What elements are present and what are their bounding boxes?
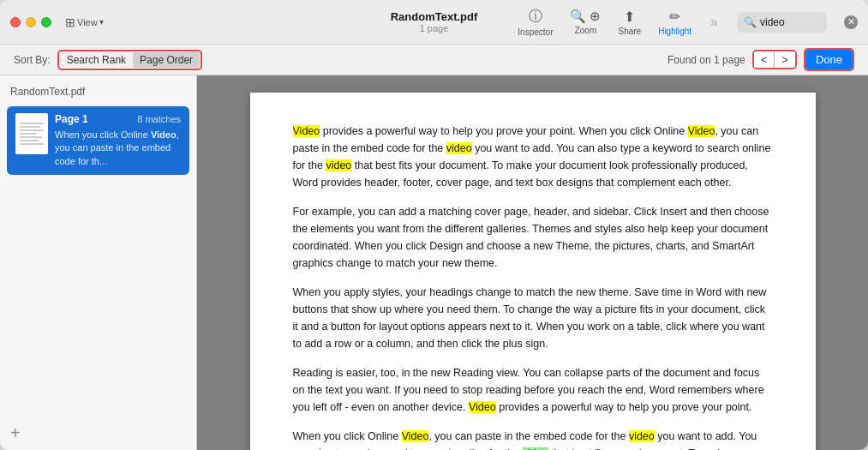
titlebar-tools: ⓘ Inspector 🔍 ⊕ Zoom ⬆ Share ✏ Highlight…	[518, 8, 858, 37]
search-result-item[interactable]: Page 1 8 matches When you click Online V…	[7, 106, 189, 175]
main-content: RandomText.pdf Page 1	[0, 75, 868, 450]
highlight-tool[interactable]: ✏ Highlight	[658, 9, 691, 36]
thumb-line	[20, 126, 40, 128]
result-text: When you click Online Video, you can pas…	[55, 129, 181, 168]
thumb-line	[20, 136, 42, 138]
highlight-word: Video	[469, 401, 496, 413]
inspector-tool[interactable]: ⓘ Inspector	[518, 8, 553, 37]
view-button[interactable]: ⊞ View ▾	[65, 15, 104, 29]
nav-buttons: < >	[752, 50, 797, 69]
sidebar: RandomText.pdf Page 1	[0, 75, 197, 450]
page-order-button[interactable]: Page Order	[133, 52, 200, 68]
thumb-line	[20, 129, 44, 131]
thumb-line	[20, 123, 44, 124]
inspector-label: Inspector	[518, 27, 553, 37]
highlight-word: video	[326, 159, 351, 171]
search-box[interactable]: 🔍	[737, 12, 827, 33]
traffic-lights	[10, 17, 51, 27]
paragraph-1: Video provides a powerful way to help yo…	[293, 123, 773, 191]
app-window: ⊞ View ▾ RandomText.pdf 1 page ⓘ Inspect…	[0, 0, 868, 450]
found-info: Found on 1 page	[667, 54, 745, 66]
sortbar: Sort By: Search Rank Page Order Found on…	[0, 45, 868, 75]
search-input[interactable]	[760, 16, 820, 28]
sidebar-filename: RandomText.pdf	[0, 82, 196, 105]
share-tool[interactable]: ⬆ Share	[618, 9, 641, 36]
add-button[interactable]: +	[0, 417, 196, 450]
share-icon: ⬆	[624, 9, 635, 25]
paragraph-4: Reading is easier, too, in the new Readi…	[293, 364, 773, 416]
done-button-container: Done	[804, 48, 854, 71]
search-icon: 🔍	[744, 16, 757, 28]
result-info: Page 1 8 matches When you click Online V…	[55, 113, 181, 168]
search-rank-button[interactable]: Search Rank	[60, 52, 133, 68]
titlebar: ⊞ View ▾ RandomText.pdf 1 page ⓘ Inspect…	[0, 0, 868, 45]
thumb-line	[20, 140, 39, 141]
thumb-lines	[17, 120, 46, 147]
close-button[interactable]	[10, 17, 21, 27]
result-header: Page 1 8 matches	[55, 113, 181, 125]
thumb-line	[20, 143, 44, 145]
file-subtitle: 1 page	[420, 23, 449, 33]
titlebar-left-tools: ⊞ View ▾	[65, 15, 104, 29]
highlight-icon: ✏	[669, 9, 680, 25]
zoom-label: Zoom	[575, 26, 597, 35]
thumb-line	[20, 133, 37, 135]
toolbar-more[interactable]: »	[710, 15, 718, 30]
prev-button[interactable]: <	[754, 51, 775, 68]
sort-options: Search Rank Page Order	[57, 50, 202, 70]
zoom-icon: 🔍 ⊕	[570, 9, 601, 24]
sort-by-label: Sort By:	[14, 54, 51, 66]
maximize-button[interactable]	[41, 17, 51, 27]
zoom-tool[interactable]: 🔍 ⊕ Zoom	[570, 9, 601, 35]
nav-container: Found on 1 page < > Done	[667, 48, 854, 71]
file-title: RandomText.pdf	[391, 10, 478, 23]
pdf-page: Video provides a powerful way to help yo…	[250, 93, 816, 450]
document-area[interactable]: Video provides a powerful way to help yo…	[197, 75, 868, 450]
minimize-button[interactable]	[26, 17, 36, 27]
next-button[interactable]: >	[775, 51, 795, 68]
paragraph-2: For example, you can add a matching cove…	[293, 203, 773, 272]
highlight-label: Highlight	[658, 27, 691, 36]
highlight-word: video	[629, 430, 655, 442]
result-matches: 8 matches	[137, 114, 181, 124]
highlight-word: Video	[402, 430, 429, 442]
paragraph-5: When you click Online Video, you can pas…	[293, 428, 773, 450]
paragraph-3: When you apply styles, your headings cha…	[293, 284, 773, 352]
window-close-icon[interactable]: ✕	[844, 15, 858, 29]
highlight-word: video	[446, 142, 472, 154]
titlebar-center: RandomText.pdf 1 page	[391, 10, 478, 33]
page-thumbnail	[15, 113, 48, 154]
done-button[interactable]: Done	[805, 50, 853, 69]
highlight-word: Video	[688, 125, 715, 137]
result-page: Page 1	[55, 113, 88, 125]
highlight-word: Video	[293, 125, 320, 137]
inspector-icon: ⓘ	[529, 8, 542, 26]
share-label: Share	[618, 27, 641, 36]
